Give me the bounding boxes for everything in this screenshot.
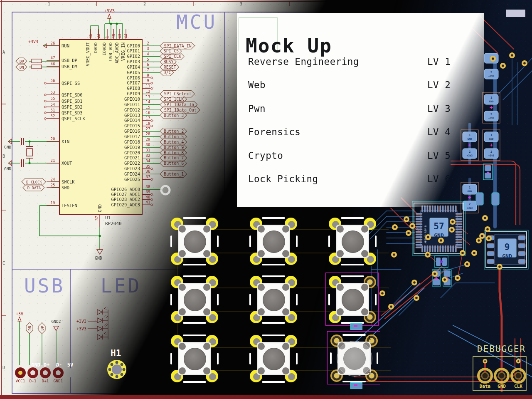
window-artifact xyxy=(506,10,525,17)
card-item-level: LV 1 xyxy=(427,56,451,67)
card-item: ForensicsLV 4 xyxy=(248,126,464,150)
card-item: PwnLV 3 xyxy=(248,103,464,126)
usb-silk-label: 5V xyxy=(67,362,73,368)
svg-text:H1: H1 xyxy=(111,348,121,358)
mockup-card: Mock Up Reverse EngineeringLV 1WebLV 2Pw… xyxy=(237,13,484,207)
card-item-label: Crypto xyxy=(248,150,283,161)
board-edge-bar xyxy=(0,395,532,399)
card-item-label: Reverse Engineering xyxy=(248,56,359,67)
usb-silk-label: D+ xyxy=(44,362,49,368)
usb-silk-label: GND xyxy=(31,362,40,368)
mount-hole-small xyxy=(161,186,170,194)
card-item-level: LV 4 xyxy=(427,126,451,137)
composite-screenshot: 1GND2+3V3+1GND2+3V3+1GND2+3V3+1GND2+3V3+… xyxy=(0,0,532,399)
mount-hole-h1: H1 xyxy=(107,348,126,379)
card-item-label: Lock Picking xyxy=(248,173,318,184)
card-title: Mock Up xyxy=(246,35,332,57)
card-item-label: Web xyxy=(248,79,266,90)
card-item-level: LV 2 xyxy=(427,79,451,90)
card-item-level: LV 6 xyxy=(427,173,451,184)
card-category-list: Reverse EngineeringLV 1WebLV 2PwnLV 3For… xyxy=(248,56,464,197)
card-item: Reverse EngineeringLV 1 xyxy=(248,56,464,79)
card-item-level: LV 5 xyxy=(427,150,451,161)
card-item-label: Forensics xyxy=(248,126,300,137)
card-item-label: Pwn xyxy=(248,103,266,114)
card-item: WebLV 2 xyxy=(248,79,464,103)
card-item: Lock PickingLV 6 xyxy=(248,173,464,197)
card-item: CryptoLV 5 xyxy=(248,150,464,173)
usb-silk-label: D- xyxy=(56,362,62,368)
card-item-level: LV 3 xyxy=(427,103,451,114)
